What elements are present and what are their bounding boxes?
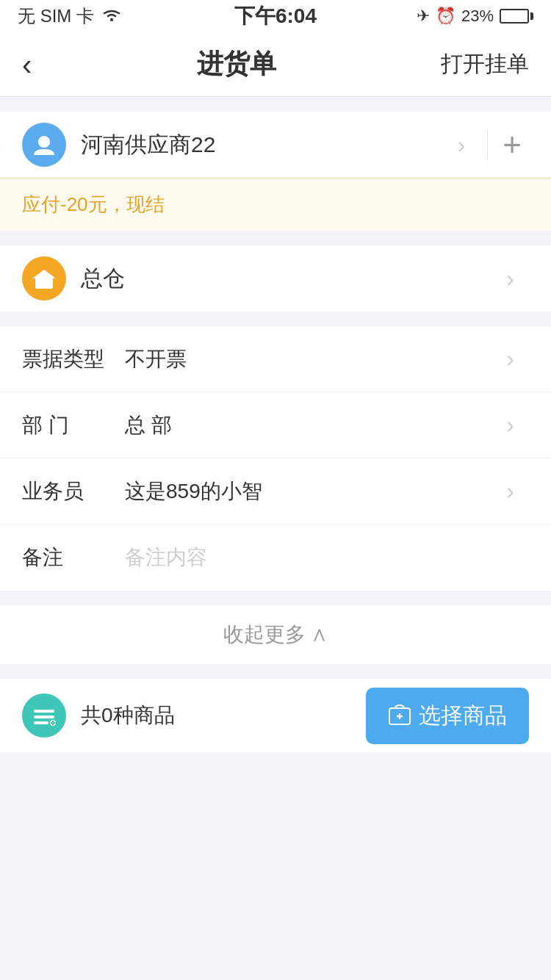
warehouse-chevron-icon: › [506,265,514,292]
product-icon [22,693,66,738]
select-product-label: 选择商品 [419,701,507,731]
collapse-button[interactable]: 收起更多 ∧ [0,605,551,664]
svg-marker-3 [32,270,56,278]
supplier-avatar [22,123,66,167]
bottom-bar: 共0种商品 选择商品 [0,679,551,752]
battery-percent: 23% [461,7,494,26]
supplier-row[interactable]: 河南供应商22 › + [0,112,551,178]
salesperson-value: 这是859的小智 [110,478,506,505]
form-row-salesperson[interactable]: 业务员 这是859的小智 › [0,458,551,525]
select-product-button[interactable]: 选择商品 [366,688,529,744]
status-time: 下午6:04 [234,2,317,30]
form-row-invoice[interactable]: 票据类型 不开票 › [0,326,551,392]
supplier-section: 河南供应商22 › + 应付-20元，现结 [0,112,551,231]
invoice-value: 不开票 [110,345,506,373]
supplier-chevron-icon: › [458,131,466,159]
supplier-name: 河南供应商22 [81,130,458,160]
product-count: 共0种商品 [81,702,366,729]
warehouse-row[interactable]: 总仓 › [0,245,551,311]
svg-rect-2 [35,277,53,289]
carrier-label: 无 SIM 卡 [18,4,94,28]
notice-bar: 应付-20元，现结 [0,178,551,231]
form-section: 票据类型 不开票 › 部 门 总 部 › 业务员 这是859的小智 › 备注 备… [0,326,551,591]
salesperson-chevron-icon: › [506,478,514,505]
section-gap-1 [0,97,551,112]
department-value: 总 部 [110,411,506,439]
svg-point-0 [110,18,113,21]
back-button[interactable]: ‹ [22,50,32,79]
status-bar: 无 SIM 卡 下午6:04 ✈ ⏰ 23% [0,0,551,32]
department-chevron-icon: › [506,411,514,439]
invoice-chevron-icon: › [506,345,514,372]
salesperson-label: 业务员 [22,478,110,505]
open-pending-button[interactable]: 打开挂单 [441,49,529,79]
svg-rect-4 [34,710,54,713]
svg-rect-5 [34,716,54,718]
department-label: 部 门 [22,411,110,439]
supplier-divider [487,130,488,159]
page-title: 进货单 [197,46,276,82]
status-right: ✈ ⏰ 23% [417,7,533,26]
warehouse-name: 总仓 [81,264,506,294]
invoice-label: 票据类型 [22,345,110,373]
location-icon: ✈ [417,7,430,26]
remark-label: 备注 [22,544,110,572]
battery-icon [500,9,533,24]
warehouse-icon [22,256,66,300]
svg-rect-6 [34,721,48,724]
remark-input[interactable]: 备注内容 [110,544,529,572]
form-row-remark[interactable]: 备注 备注内容 [0,525,551,591]
status-left: 无 SIM 卡 [18,4,122,28]
svg-point-1 [38,136,50,148]
alarm-icon: ⏰ [436,7,455,26]
nav-bar: ‹ 进货单 打开挂单 [0,32,551,97]
collapse-label: 收起更多 ∧ [223,621,328,649]
add-supplier-button[interactable]: + [495,126,529,163]
form-row-department[interactable]: 部 门 总 部 › [0,392,551,458]
wifi-icon [101,6,122,26]
